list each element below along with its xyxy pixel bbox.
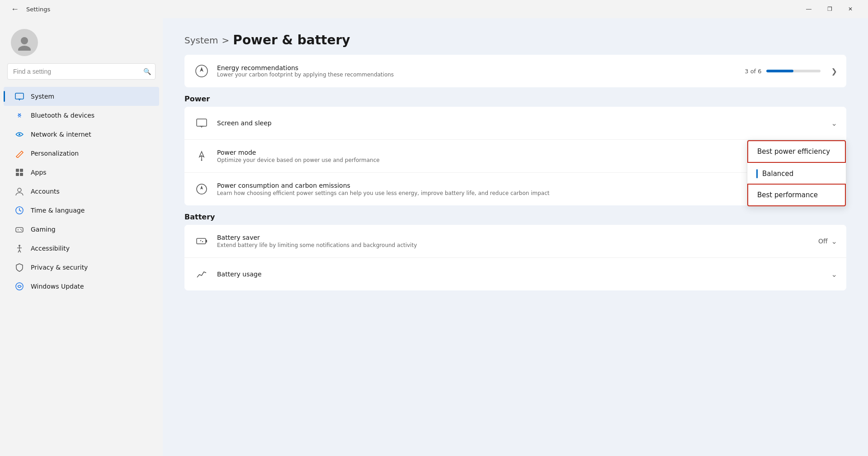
power-mode-icon <box>193 148 210 164</box>
dropdown-item-balanced[interactable]: Balanced <box>747 163 846 185</box>
avatar <box>11 29 38 56</box>
power-card: Screen and sleep ⌄ <box>184 107 846 205</box>
battery-usage-row[interactable]: Battery usage ⌄ <box>184 258 846 290</box>
screen-sleep-right: ⌄ <box>831 119 837 128</box>
windows-update-nav-icon <box>14 281 24 291</box>
battery-section-label: Battery <box>184 213 846 221</box>
power-mode-title: Power mode <box>217 149 837 156</box>
privacy-nav-icon <box>14 262 24 272</box>
svg-rect-8 <box>16 173 19 176</box>
energy-recommendations-card[interactable]: Energy recommendations Lower your carbon… <box>184 55 846 87</box>
sidebar-item-personalization[interactable]: Personalization <box>4 144 159 163</box>
battery-usage-title: Battery usage <box>217 271 824 278</box>
power-consumption-title: Power consumption and carbon emissions <box>217 182 825 189</box>
breadcrumb-current: Power & battery <box>233 33 350 48</box>
privacy-nav-label: Privacy & security <box>31 264 88 271</box>
time-nav-label: Time & language <box>31 207 85 214</box>
search-input[interactable] <box>7 63 156 80</box>
close-button[interactable]: ✕ <box>840 2 861 16</box>
svg-rect-7 <box>20 169 23 172</box>
svg-point-27 <box>201 160 203 161</box>
breadcrumb: System > Power & battery <box>184 33 846 48</box>
apps-nav-label: Apps <box>31 169 47 176</box>
sidebar-item-time[interactable]: Time & language <box>4 201 159 220</box>
progress-label: 3 of 6 <box>745 68 761 75</box>
svg-point-16 <box>21 230 22 231</box>
svg-line-20 <box>18 250 19 252</box>
svg-point-15 <box>20 229 21 230</box>
energy-desc: Lower your carbon footprint by applying … <box>217 71 737 78</box>
screen-sleep-text: Screen and sleep <box>217 119 824 127</box>
svg-rect-9 <box>20 173 23 176</box>
power-section-label: Power <box>184 95 846 103</box>
power-mode-text: Power mode Optimize your device based on… <box>217 149 837 163</box>
sidebar-item-bluetooth[interactable]: Bluetooth & devices <box>4 106 159 125</box>
battery-saver-row[interactable]: Battery saver Extend battery life by lim… <box>184 225 846 258</box>
battery-saver-desc: Extend battery life by limiting some not… <box>217 242 811 248</box>
svg-point-1 <box>18 46 31 51</box>
power-mode-dropdown: Best power efficiency Balanced Best perf… <box>747 140 846 207</box>
battery-usage-text: Battery usage <box>217 271 824 278</box>
power-mode-row[interactable]: Power mode Optimize your device based on… <box>184 140 846 173</box>
breadcrumb-parent[interactable]: System <box>184 35 218 46</box>
svg-point-22 <box>16 283 23 290</box>
gaming-nav-label: Gaming <box>31 226 56 233</box>
svg-line-21 <box>19 250 21 252</box>
personalization-nav-label: Personalization <box>31 150 79 157</box>
minimize-button[interactable]: — <box>798 2 819 16</box>
sidebar-item-accounts[interactable]: Accounts <box>4 182 159 201</box>
svg-point-23 <box>196 65 208 77</box>
windows-update-nav-label: Windows Update <box>31 283 84 290</box>
gaming-nav-icon <box>14 224 24 234</box>
sidebar-item-apps[interactable]: Apps <box>4 163 159 182</box>
sidebar-item-windows-update[interactable]: Windows Update <box>4 277 159 296</box>
sidebar-item-system[interactable]: System <box>4 87 159 106</box>
energy-progress: 3 of 6 <box>745 68 820 75</box>
app-title: Settings <box>26 6 50 13</box>
svg-rect-30 <box>206 240 207 242</box>
accounts-nav-icon <box>14 186 24 196</box>
page-header: System > Power & battery <box>163 18 868 55</box>
energy-text: Energy recommendations Lower your carbon… <box>217 64 737 78</box>
battery-usage-icon <box>193 266 210 282</box>
power-mode-desc: Optimize your device based on power use … <box>217 157 837 163</box>
energy-icon <box>193 63 210 79</box>
best-performance-label: Best performance <box>757 191 818 199</box>
screen-sleep-title: Screen and sleep <box>217 119 824 127</box>
back-button[interactable]: ← <box>7 3 23 16</box>
battery-saver-right: Off ⌄ <box>818 237 837 246</box>
breadcrumb-separator: > <box>222 35 230 46</box>
sidebar-item-network[interactable]: Network & internet <box>4 125 159 144</box>
battery-saver-status: Off <box>818 238 828 245</box>
sidebar-item-privacy[interactable]: Privacy & security <box>4 258 159 277</box>
main-content: System > Power & battery Energy recommen… <box>163 18 868 456</box>
personalization-nav-icon <box>14 148 24 158</box>
search-box[interactable]: 🔍 <box>7 63 156 80</box>
window-controls: — ❐ ✕ <box>798 2 861 16</box>
content-body: Energy recommendations Lower your carbon… <box>163 55 868 314</box>
sidebar-item-accessibility[interactable]: Accessibility <box>4 239 159 258</box>
screen-sleep-row[interactable]: Screen and sleep ⌄ <box>184 107 846 140</box>
system-nav-icon <box>14 91 24 101</box>
energy-chevron-icon: ❯ <box>831 67 837 76</box>
user-profile[interactable] <box>0 18 163 63</box>
svg-point-5 <box>19 133 20 135</box>
power-consumption-text: Power consumption and carbon emissions L… <box>217 182 825 196</box>
battery-saver-icon <box>193 233 210 249</box>
accessibility-nav-label: Accessibility <box>31 245 70 252</box>
energy-title: Energy recommendations <box>217 64 737 71</box>
screen-sleep-icon <box>193 115 210 131</box>
dropdown-item-best-power-efficiency[interactable]: Best power efficiency <box>747 140 846 163</box>
maximize-button[interactable]: ❐ <box>819 2 840 16</box>
dropdown-item-best-performance[interactable]: Best performance <box>747 184 846 206</box>
apps-nav-icon <box>14 167 24 177</box>
battery-card: Battery saver Extend battery life by lim… <box>184 225 846 290</box>
best-power-efficiency-label: Best power efficiency <box>757 147 830 156</box>
svg-rect-6 <box>16 169 19 172</box>
battery-saver-title: Battery saver <box>217 234 811 241</box>
sidebar-item-gaming[interactable]: Gaming <box>4 220 159 239</box>
bluetooth-nav-label: Bluetooth & devices <box>31 112 94 119</box>
battery-usage-chevron: ⌄ <box>831 270 837 279</box>
battery-usage-right: ⌄ <box>831 270 837 279</box>
accessibility-nav-icon <box>14 243 24 253</box>
